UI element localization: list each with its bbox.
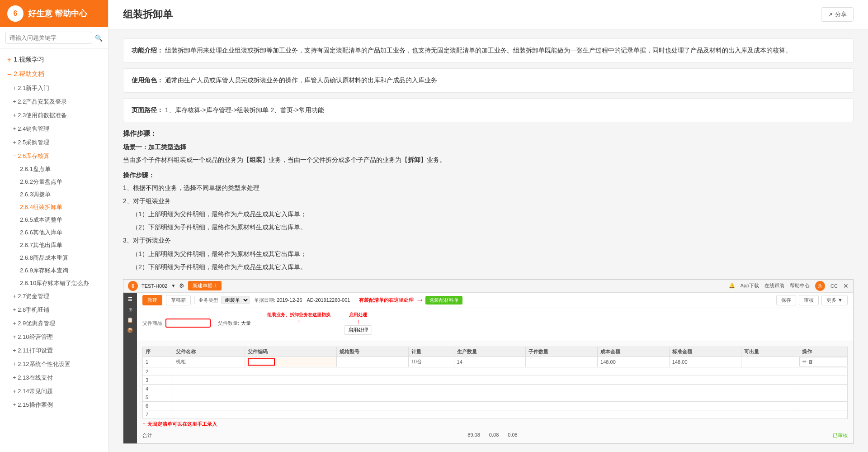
sidebar-item-transfer[interactable]: 2.6.3调拨单 <box>20 188 108 201</box>
sidebar-item-coupon[interactable]: + 2.9优惠券管理 <box>13 317 108 330</box>
sidebar-item-install[interactable]: + 2.2产品安装及登录 <box>13 95 108 109</box>
new-tab-button[interactable]: 新建 <box>142 295 162 305</box>
plus-icon: + <box>13 361 18 367</box>
annotation1-area: 有装配清单的在这里处理 → 选装配材料单 <box>359 296 462 305</box>
plus-icon: + <box>13 98 18 105</box>
col-std-cost: 标准金额 <box>669 347 741 357</box>
topbar-left: 6 TEST-H002 ▼ ⚙ 新建单据-1 <box>128 281 222 291</box>
settings-icon[interactable]: ⚙ <box>179 282 184 289</box>
logo-icon: 6 <box>7 5 24 22</box>
intro-label: 功能介绍： <box>132 47 163 54</box>
edit-icon[interactable]: ✏ <box>802 359 807 365</box>
topbar-right: 🔔 App下载 在线帮助 帮助中心 头 CC ✕ <box>729 281 849 291</box>
search-input[interactable] <box>5 32 92 44</box>
close-icon[interactable]: ✕ <box>843 282 849 290</box>
sidebar-item-otheroutstock[interactable]: 2.6.7其他出库单 <box>20 239 108 252</box>
sidebar-item-sales[interactable]: + 2.4销售管理 <box>13 122 108 136</box>
col-produce-qty: 生产数量 <box>454 347 526 357</box>
sidebar-item-goodscost[interactable]: 2.6.8商品成本重算 <box>20 252 108 264</box>
sidebar-icon-2[interactable]: 📋 <box>127 317 133 323</box>
sidebar-item-split[interactable]: 2.6.2分量盘点单 <box>20 176 108 188</box>
sidebar-item-stocktake[interactable]: 2.6.1盘点单 <box>20 163 108 176</box>
expand-icon: + <box>7 56 11 63</box>
sidebar-item-mobile[interactable]: + 2.8手机旺铺 <box>13 303 108 317</box>
avatar: 头 <box>815 281 825 291</box>
screenshot-container: 6 TEST-H002 ▼ ⚙ 新建单据-1 🔔 App下载 在线帮助 帮助中心… <box>123 279 854 444</box>
save-button[interactable]: 保存 <box>776 295 796 305</box>
sidebar-item-assembly[interactable]: 2.6.4组装拆卸单 <box>20 201 108 214</box>
sidebar-item-stockquery[interactable]: 2.6.9库存账本查询 <box>20 264 108 277</box>
step3: 3、对于拆装业务 <box>123 235 854 246</box>
sidebar-item-operation[interactable]: + 2.10经营管理 <box>13 330 108 344</box>
cell-empty <box>173 384 799 393</box>
total-val1: 89.08 <box>467 432 480 439</box>
sidebar-item-sysconfig[interactable]: + 2.12系统个性化设置 <box>13 357 108 371</box>
cell-unit: 10台 <box>408 357 454 367</box>
enable-button[interactable]: 启用处理 <box>344 325 372 335</box>
username: CC <box>830 283 838 289</box>
assembly-list-button[interactable]: 选装配材料单 <box>425 296 462 305</box>
date-label: 单据日期: <box>254 297 275 304</box>
cell-code[interactable] <box>245 357 336 367</box>
sidebar-item-purchase[interactable]: + 2.5采购管理 <box>13 136 108 149</box>
sidebar-item-capital[interactable]: + 2.7资金管理 <box>13 290 108 303</box>
draft-tab-button[interactable]: 草稿箱 <box>166 295 191 305</box>
main-content: 组装拆卸单 ↗ 分享 功能介绍： 组装拆卸单用来处理企业组装或拆卸等加工业务，支… <box>108 0 868 452</box>
sidebar-item-costadjust[interactable]: 2.6.5成本调整单 <box>20 214 108 226</box>
dept-field: AD-201912260-001 <box>307 297 350 303</box>
app-store-text: App下载 <box>741 282 760 289</box>
window-bar: 6 TEST-H002 ▼ ⚙ 新建单据-1 🔔 App下载 在线帮助 帮助中心… <box>123 280 853 293</box>
type-select[interactable]: 组装单 拆卸单 <box>221 296 250 304</box>
app-body: ☰ ⊞ 📋 📦 新建 草稿箱 业务类型: <box>123 293 853 443</box>
sidebar-item-cases[interactable]: + 2.15操作案例 <box>13 398 108 412</box>
qty-label: 父件数量: <box>218 320 239 327</box>
share-icon: ↗ <box>828 11 833 18</box>
audit-button[interactable]: 审核 <box>799 295 819 305</box>
parent-item-input[interactable] <box>165 319 211 328</box>
notification-icon[interactable]: 🔔 <box>729 283 735 289</box>
col-cost: 成本金额 <box>598 347 670 357</box>
total-spacer2 <box>527 432 824 439</box>
sidebar-item-otherinstock[interactable]: 2.6.6其他入库单 <box>20 226 108 239</box>
share-button[interactable]: ↗ 分享 <box>821 7 854 22</box>
code-input[interactable] <box>248 358 275 366</box>
sidebar-item-print[interactable]: + 2.11打印设置 <box>13 344 108 357</box>
new-record-button[interactable]: 新建单据-1 <box>188 281 222 290</box>
col-seq: 序 <box>143 347 173 357</box>
sidebar-item-faq[interactable]: + 2.14常见问题 <box>13 385 108 398</box>
delete-icon[interactable]: 🗑 <box>808 359 813 365</box>
type-field: 业务类型: 组装单 拆卸单 <box>198 296 250 304</box>
inventory-subnav: 2.6.1盘点单 2.6.2分量盘点单 2.6.3调拨单 2.6.4组装拆卸单 … <box>13 163 108 290</box>
cell-seq: 6 <box>143 401 173 410</box>
sidebar-menu-icon[interactable]: ☰ <box>128 296 132 302</box>
content-area: 功能介绍： 组装拆卸单用来处理企业组装或拆卸等加工业务，支持有固定装配清单的产品… <box>108 29 868 452</box>
sidebar-item-docs[interactable]: − 2.帮助文档 <box>0 67 108 81</box>
cell-spec <box>336 357 408 367</box>
sidebar-item-video[interactable]: + 1.视频学习 <box>0 52 108 67</box>
col-parent-name: 父件名称 <box>173 347 245 357</box>
plus-icon: + <box>13 293 18 300</box>
sidebar-item-stockerror[interactable]: 2.6.10库存账本错了怎么办 <box>20 277 108 290</box>
sidebar-item-inventory[interactable]: − 2.6库存核算 <box>13 149 108 163</box>
cell-seq: 3 <box>143 376 173 384</box>
table-row: 7 <box>143 410 848 419</box>
main-header: 组装拆卸单 ↗ 分享 <box>108 0 868 29</box>
sidebar-item-onlinepay[interactable]: + 2.13在线支付 <box>13 371 108 385</box>
plus-icon: + <box>13 112 18 119</box>
sidebar-item-newcomer[interactable]: + 2.1新手入门 <box>13 81 108 95</box>
date-value: 2019-12-26 <box>277 297 302 303</box>
search-button[interactable]: 🔍 <box>95 34 103 42</box>
app-toolbar: 新建 草稿箱 业务类型: 组装单 拆卸单 <box>137 293 853 308</box>
sidebar-icon-1[interactable]: ⊞ <box>128 307 132 313</box>
table-row: 4 <box>143 384 848 393</box>
role-label: 使用角色： <box>132 76 163 84</box>
sidebar: 6 好生意 帮助中心 🔍 + 1.视频学习 − 2.帮助文档 + 2.1新手入门… <box>0 0 108 452</box>
annotation3-wrapper: 组装业务、拆卸业务在这里切换 ↑ <box>267 312 330 325</box>
more-button[interactable]: 更多 ▼ <box>821 295 848 305</box>
docs-subnav: + 2.1新手入门 + 2.2产品安装及登录 + 2.3使用前数据准备 + 2.… <box>0 81 108 412</box>
total-spacer <box>161 432 458 439</box>
annotation4-wrapper: 启用处理 ↑ 启用处理 <box>344 312 372 335</box>
sidebar-item-prepare[interactable]: + 2.3使用前数据准备 <box>13 109 108 122</box>
scene1-title: 场景一：加工类型选择 <box>123 143 854 152</box>
sidebar-icon-3[interactable]: 📦 <box>127 328 133 333</box>
